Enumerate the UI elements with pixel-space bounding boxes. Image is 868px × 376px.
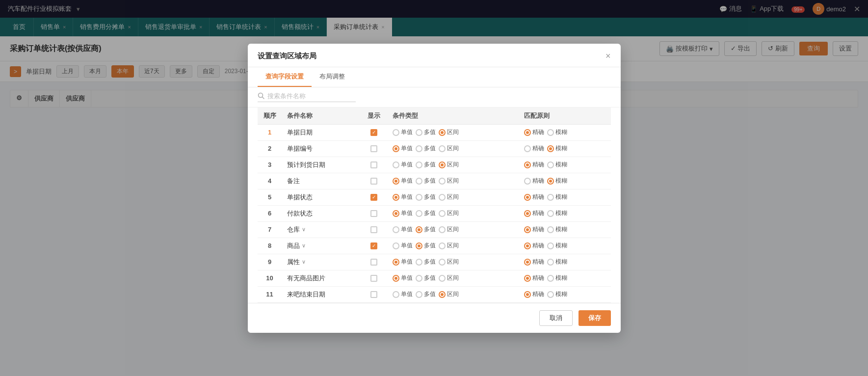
th-match: 匹配原则	[519, 107, 611, 116]
search-icon	[258, 92, 264, 99]
th-display: 显示	[361, 107, 388, 116]
dialog-tab-query[interactable]: 查询字段设置	[258, 67, 312, 87]
svg-line-1	[262, 97, 264, 99]
th-type: 条件类型	[388, 107, 519, 116]
search-wrap	[258, 92, 356, 102]
dialog-overlay: 设置查询区域布局 × 查询字段设置 布局调整	[0, 0, 868, 115]
conditions-table: 顺序 条件名称 显示 条件类型 匹配原则 1单据日期单值多值区间精确模糊2单据编…	[258, 107, 611, 116]
dialog-header: 设置查询区域布局 ×	[248, 44, 621, 67]
dialog-close-button[interactable]: ×	[605, 52, 611, 60]
dialog-search	[248, 87, 621, 107]
dialog-table-wrap: 顺序 条件名称 显示 条件类型 匹配原则 1单据日期单值多值区间精确模糊2单据编…	[248, 107, 621, 116]
dialog-tabs: 查询字段设置 布局调整	[248, 67, 621, 87]
dialog-tab-layout[interactable]: 布局调整	[312, 67, 353, 87]
settings-dialog: 设置查询区域布局 × 查询字段设置 布局调整	[248, 44, 621, 116]
th-order: 顺序	[258, 107, 282, 116]
search-input[interactable]	[267, 92, 346, 100]
th-name: 条件名称	[282, 107, 361, 116]
dialog-title: 设置查询区域布局	[258, 52, 316, 61]
